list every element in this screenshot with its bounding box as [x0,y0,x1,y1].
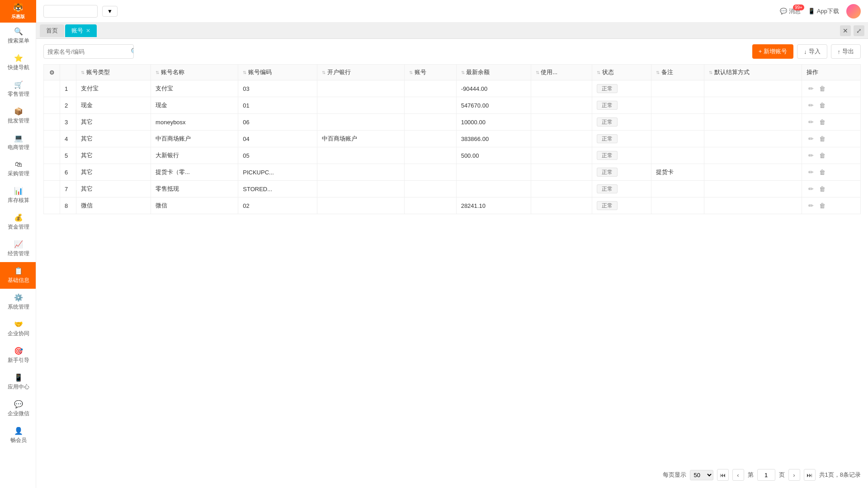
col-header-default_settlement[interactable]: ⇅ 默认结算方式 [704,65,802,80]
nav-icon-sys-mgmt: ⚙️ [4,293,33,302]
app-download-button[interactable]: 📱 App下载 [808,7,839,15]
cell-bank [317,97,405,114]
cell-bank [317,114,405,131]
sidebar-item-member[interactable]: 👤畅会员 [0,422,36,449]
search-button[interactable]: 🔍 [127,47,134,56]
nav-icon-purchase-mgmt: 🛍 [4,160,33,169]
search-input[interactable] [44,48,127,55]
delete-button-0[interactable]: 🗑 [817,84,827,93]
last-page-button[interactable]: ⏭ [804,469,816,481]
nav-icon-wholesale-mgmt: 📦 [4,107,33,116]
cell-no: 1 [60,80,76,97]
delete-button-5[interactable]: 🗑 [817,168,827,177]
delete-button-1[interactable]: 🗑 [817,101,827,110]
cell-bank [317,80,405,97]
next-page-button[interactable]: › [788,469,800,481]
settings-icon[interactable]: ⚙ [49,69,55,76]
cell-balance: 383866.00 [456,131,531,147]
tab-home[interactable]: 首页 [40,24,64,37]
cell-usage [531,131,592,147]
table-row: 4其它中百商场账户04中百商场账户383866.00正常 ✏ 🗑 [44,131,861,147]
content-area: 🔍 + 新增账号 ↓ 导入 ↑ 导出 ⚙⇅ 账号类型⇅ 账号名称⇅ 账号编码⇅ … [36,39,868,488]
cell-account_no [405,131,456,147]
sidebar-item-ecommerce-mgmt[interactable]: 💻电商管理 [0,129,36,156]
delete-button-7[interactable]: 🗑 [817,201,827,210]
col-header-usage[interactable]: ⇅ 使用... [531,65,592,80]
cell-account_type: 微信 [76,197,151,214]
sidebar-item-quick-nav[interactable]: ⭐快捷导航 [0,49,36,76]
dropdown-button[interactable]: ▼ [102,6,118,17]
nav-icon-ops-mgmt: 📈 [4,240,33,249]
tab-close-account[interactable]: ✕ [86,28,90,34]
nav-icon-basic-info: 📋 [4,267,33,275]
sidebar-item-search-menu[interactable]: 🔍搜索菜单 [0,23,36,49]
sidebar-item-beginner-guide[interactable]: 🎯新手引导 [0,342,36,369]
edit-button-6[interactable]: ✏ [807,184,816,193]
col-header-status[interactable]: ⇅ 状态 [592,65,651,80]
add-account-button[interactable]: + 新增账号 [752,44,793,59]
page-label: 第 [748,471,754,479]
cell-default_settlement [704,80,802,97]
edit-button-1[interactable]: ✏ [807,101,816,110]
cell-account_name: 现金 [151,97,238,114]
cell-usage [531,197,592,214]
toolbar-right: + 新增账号 ↓ 导入 ↑ 导出 [752,44,861,59]
maximize-tab-button[interactable]: ⤢ [854,25,864,36]
cell-account_code: PICKUPC... [238,164,317,181]
status-badge: 正常 [597,117,618,127]
edit-button-0[interactable]: ✏ [807,84,816,93]
cell-account_code: 02 [238,197,317,214]
table-row: 3其它moneybosx0610000.00正常 ✏ 🗑 [44,114,861,131]
tab-account[interactable]: 账号✕ [65,24,97,37]
cell-default_settlement [704,164,802,181]
delete-button-2[interactable]: 🗑 [817,117,827,127]
col-header-bank[interactable]: ⇅ 开户银行 [317,65,405,80]
cell-balance: 500.00 [456,147,531,164]
sidebar-item-enterprise-agreement[interactable]: 🤝企业协同 [0,315,36,342]
message-button[interactable]: 💬 消息 99+ [780,7,801,15]
edit-button-3[interactable]: ✏ [807,134,816,143]
edit-button-5[interactable]: ✏ [807,168,816,177]
sidebar-item-sys-mgmt[interactable]: ⚙️系统管理 [0,289,36,315]
import-button[interactable]: ↓ 导入 [797,44,827,59]
export-button[interactable]: ↑ 导出 [831,44,861,59]
cell-account_name: 零售抵现 [151,181,238,197]
nav-icon-search-menu: 🔍 [4,27,33,36]
app-download-label: App下载 [817,7,839,15]
cell-account_type: 支付宝 [76,80,151,97]
cell-account_name: 大新银行 [151,147,238,164]
col-header-account_name[interactable]: ⇅ 账号名称 [151,65,238,80]
edit-button-7[interactable]: ✏ [807,201,816,210]
nav-icon-beginner-guide: 🎯 [4,347,33,355]
sidebar-item-finance-mgmt[interactable]: 💰资金管理 [0,209,36,235]
sidebar-item-basic-info[interactable]: 📋基础信息 [0,262,36,289]
header-left: ▼ [43,5,118,18]
col-header-remark[interactable]: ⇅ 备注 [651,65,704,80]
sidebar-item-retail-mgmt[interactable]: 🛒零售管理 [0,76,36,103]
page-size-select[interactable]: 102050100 [690,470,713,480]
top-search-input[interactable] [43,5,98,18]
close-tab-button[interactable]: ✕ [840,25,851,36]
avatar[interactable] [846,4,861,19]
col-header-account_code[interactable]: ⇅ 账号编码 [238,65,317,80]
status-badge: 正常 [597,168,618,177]
sidebar-label-enterprise-agreement: 企业协同 [8,330,29,337]
delete-button-4[interactable]: 🗑 [817,151,827,160]
delete-button-3[interactable]: 🗑 [817,134,827,143]
sidebar-item-inventory[interactable]: 📊库存核算 [0,182,36,209]
col-header-account_type[interactable]: ⇅ 账号类型 [76,65,151,80]
sidebar-item-enterprise-wechat[interactable]: 💬企业微信 [0,395,36,422]
sidebar-item-purchase-mgmt[interactable]: 🛍采购管理 [0,156,36,182]
sidebar-item-app-center[interactable]: 📱应用中心 [0,369,36,395]
page-input[interactable] [757,469,775,481]
prev-page-button[interactable]: ‹ [732,469,744,481]
table-row: 7其它零售抵现STORED...正常 ✏ 🗑 [44,181,861,197]
edit-button-2[interactable]: ✏ [807,117,816,127]
first-page-button[interactable]: ⏮ [717,469,729,481]
edit-button-4[interactable]: ✏ [807,151,816,160]
col-header-account_no[interactable]: ⇅ 账号 [405,65,456,80]
delete-button-6[interactable]: 🗑 [817,184,827,193]
sidebar-item-ops-mgmt[interactable]: 📈经营管理 [0,235,36,262]
sidebar-item-wholesale-mgmt[interactable]: 📦批发管理 [0,103,36,129]
col-header-balance[interactable]: ⇅ 最新余额 [456,65,531,80]
